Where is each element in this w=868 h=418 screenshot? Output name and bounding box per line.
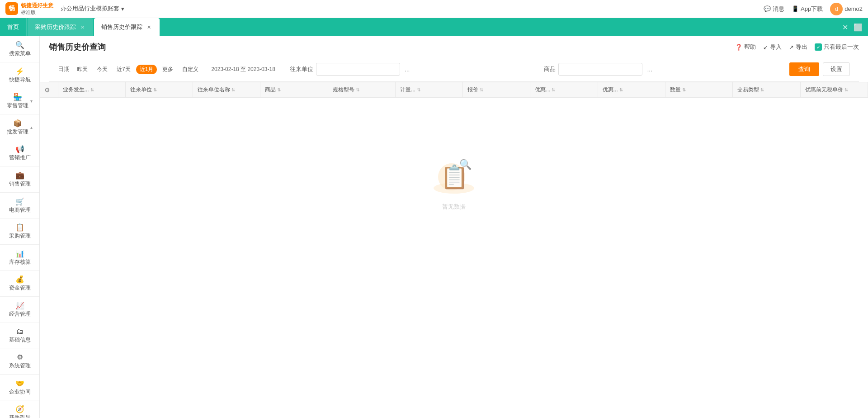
pretax-price-header[interactable]: 优惠前无税单价 ⇅ — [800, 82, 868, 98]
date-tab-7days[interactable]: 近7天 — [113, 65, 134, 74]
checkbox-icon: ✓ — [815, 43, 822, 51]
goods-header[interactable]: 商品 ⇅ — [260, 82, 328, 98]
goods-dots-icon[interactable]: ... — [645, 66, 654, 73]
sort-icon: ⇅ — [231, 87, 235, 92]
goods-filter-group: 商品 ... — [544, 63, 784, 76]
sidebar-item-wholesale[interactable]: 📦 批发管理 ▴ — [0, 114, 39, 141]
close-sales-tab-icon[interactable]: ✕ — [145, 24, 152, 31]
page-header: 销售历史价查询 ❓ 帮助 ↙ 导入 ↗ 导出 ✓ — [40, 36, 868, 82]
partner-input[interactable] — [316, 63, 400, 76]
sidebar-item-shortcuts[interactable]: ⚡ 快捷导航 — [0, 62, 39, 89]
empty-state-row: 📋 🔍 暂无数据 — [40, 98, 868, 266]
system-icon: ⚙ — [17, 353, 23, 361]
purchase-history-tab-label: 采购历史价跟踪 — [35, 23, 76, 31]
sales-icon: 💼 — [15, 171, 24, 180]
tab-home[interactable]: 首页 — [0, 18, 27, 36]
app-selector[interactable]: 办公用品行业模拟账套 ▾ — [57, 3, 128, 14]
table-container: ⚙ 业务发生... ⇅ 往来单位 ⇅ — [40, 82, 868, 418]
enterprise-icon: 🤝 — [15, 379, 24, 388]
partner-filter-group: 往来单位 ... — [290, 63, 530, 76]
query-button[interactable]: 查询 — [789, 62, 819, 76]
date-tab-1month[interactable]: 近1月 — [136, 65, 157, 74]
avatar: d — [830, 3, 843, 15]
empty-illustration: 📋 🔍 — [427, 152, 481, 197]
sort-icon: ⇅ — [90, 87, 94, 92]
sidebar-item-inventory[interactable]: 📊 库存核算 — [0, 245, 39, 271]
logo-text: 畅捷通好生意 标准版 — [21, 2, 53, 16]
only-last-checkbox[interactable]: ✓ 只看最后一次 — [815, 43, 859, 51]
chevron-up-icon: ▴ — [30, 125, 33, 130]
goods-label: 商品 — [544, 65, 556, 73]
settings-button[interactable]: 设置 — [823, 62, 850, 76]
close-all-tabs-icon[interactable]: ✕ — [840, 21, 850, 33]
unit-header[interactable]: 计量... ⇅ — [395, 82, 462, 98]
message-icon: 💬 — [764, 5, 771, 12]
sidebar-item-marketing[interactable]: 📢 营销推广 — [0, 140, 39, 166]
sidebar-item-basic-info[interactable]: 🗂 基础信息 — [0, 323, 39, 349]
page-actions: ❓ 帮助 ↙ 导入 ↗ 导出 ✓ 只看最后一次 — [735, 43, 859, 51]
chevron-down-icon: ▾ — [121, 5, 124, 12]
sidebar-item-ecommerce[interactable]: 🛒 电商管理 — [0, 193, 39, 219]
sidebar-item-finance[interactable]: 💰 资金管理 — [0, 271, 39, 297]
app-download-action[interactable]: 📱 App下载 — [792, 5, 823, 13]
tab-purchase-history[interactable]: 采购历史价跟踪 ✕ — [28, 18, 93, 36]
biz-date-header[interactable]: 业务发生... ⇅ — [58, 82, 125, 98]
page-title-row: 销售历史价查询 ❓ 帮助 ↙ 导入 ↗ 导出 ✓ — [49, 42, 859, 52]
empty-svg: 📋 🔍 — [427, 152, 481, 197]
basic-info-icon: 🗂 — [16, 328, 24, 336]
sort-icon: ⇅ — [153, 87, 157, 92]
sort-icon: ⇅ — [480, 87, 483, 92]
message-action[interactable]: 💬 消息 — [764, 5, 784, 13]
top-bar-right: 💬 消息 📱 App下载 d demo2 — [764, 3, 863, 15]
sort-icon: ⇅ — [552, 87, 555, 92]
tab-sales-history[interactable]: 销售历史价跟踪 ✕ — [94, 18, 160, 36]
sort-icon: ⇅ — [682, 87, 686, 92]
close-purchase-tab-icon[interactable]: ✕ — [79, 24, 86, 31]
partner-code-header[interactable]: 往来单位 ⇅ — [125, 82, 193, 98]
date-tab-custom[interactable]: 自定义 — [179, 65, 202, 74]
chevron-down-icon: ▾ — [30, 99, 33, 104]
operations-icon: 📈 — [15, 301, 24, 310]
partner-dots-icon[interactable]: ... — [403, 66, 412, 73]
top-bar: 畅 畅捷通好生意 标准版 办公用品行业模拟账套 ▾ 💬 消息 📱 App下载 d… — [0, 0, 868, 18]
app-download-icon: 📱 — [792, 5, 799, 12]
export-action[interactable]: ↗ 导出 — [789, 43, 807, 51]
discount1-header[interactable]: 优惠... ⇅ — [530, 82, 598, 98]
partner-name-header[interactable]: 往来单位名称 ⇅ — [193, 82, 260, 98]
date-filter-group: 日期 昨天 今天 近7天 近1月 更多 自定义 — [58, 65, 202, 74]
discount2-header[interactable]: 优惠... ⇅ — [598, 82, 665, 98]
data-table: ⚙ 业务发生... ⇅ 往来单位 ⇅ — [40, 82, 868, 265]
partner-label: 往来单位 — [290, 65, 313, 73]
date-tab-more[interactable]: 更多 — [159, 65, 177, 74]
goods-input[interactable] — [558, 63, 642, 76]
search-icon: 🔍 — [15, 41, 24, 49]
home-tab-label: 首页 — [7, 23, 19, 31]
quote-price-header[interactable]: 报价 ⇅ — [463, 82, 530, 98]
column-settings-icon[interactable]: ⚙ — [44, 86, 50, 94]
quantity-header[interactable]: 数量 ⇅ — [665, 82, 733, 98]
import-action[interactable]: ↙ 导入 — [763, 43, 782, 51]
sidebar-item-enterprise[interactable]: 🤝 企业协同 — [0, 375, 39, 401]
sidebar-item-newbie[interactable]: 🧭 新手引导 — [0, 400, 39, 418]
filter-actions: 查询 设置 — [789, 62, 850, 76]
help-action[interactable]: ❓ 帮助 — [735, 43, 756, 51]
sidebar-item-purchase[interactable]: 📋 采购管理 — [0, 218, 39, 245]
user-profile[interactable]: d demo2 — [830, 3, 863, 15]
date-tab-yesterday[interactable]: 昨天 — [73, 65, 91, 74]
maximize-icon[interactable]: ⬜ — [852, 21, 864, 33]
sidebar-item-system[interactable]: ⚙ 系统管理 — [0, 348, 39, 375]
sales-history-tab-label: 销售历史价跟踪 — [101, 23, 142, 31]
main-layout: 🔍 搜索菜单 ⚡ 快捷导航 🏪 零售管理 ▾ 📦 批发管理 ▴ 📢 营销推广 — [0, 36, 868, 418]
top-bar-left: 畅 畅捷通好生意 标准版 办公用品行业模拟账套 ▾ — [5, 2, 128, 16]
sidebar-item-retail[interactable]: 🏪 零售管理 ▾ — [0, 88, 39, 114]
date-label: 日期 — [58, 65, 70, 73]
date-tab-today[interactable]: 今天 — [93, 65, 111, 74]
tab-bar: 首页 采购历史价跟踪 ✕ 销售历史价跟踪 ✕ ✕ ⬜ — [0, 18, 868, 36]
spec-header[interactable]: 规格型号 ⇅ — [328, 82, 395, 98]
sidebar-item-sales[interactable]: 💼 销售管理 — [0, 166, 39, 193]
trade-type-header[interactable]: 交易类型 ⇅ — [733, 82, 800, 98]
sidebar-item-operations[interactable]: 📈 经营管理 — [0, 297, 39, 323]
sidebar-item-search[interactable]: 🔍 搜索菜单 — [0, 36, 39, 62]
finance-icon: 💰 — [15, 275, 24, 284]
settings-column-header[interactable]: ⚙ — [40, 82, 58, 98]
